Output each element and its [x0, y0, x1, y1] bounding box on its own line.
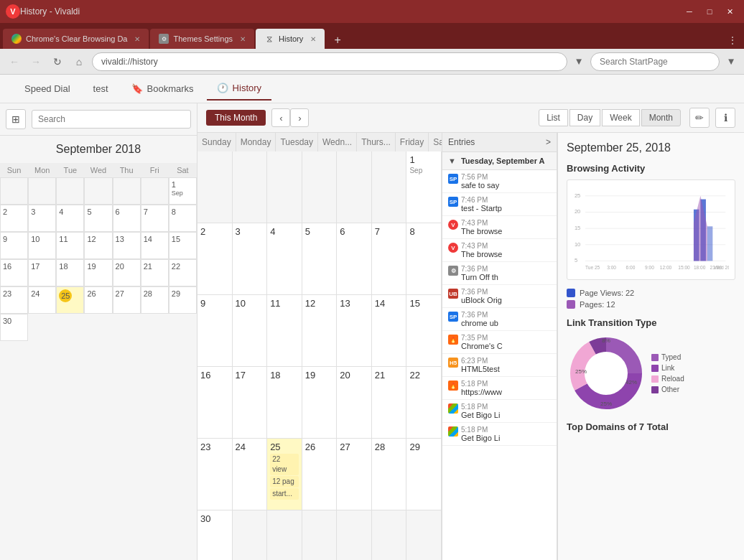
view-day-button[interactable]: Day [569, 109, 600, 126]
calendar-grid-button[interactable]: ⊞ [6, 109, 26, 129]
startpage-search-input[interactable] [590, 52, 720, 71]
big-cal-day-26[interactable]: 26 [302, 439, 338, 510]
entry-item[interactable]: SP7:46 PMtest - Startp [442, 193, 557, 216]
entry-item[interactable]: ⚙7:36 PMTurn Off th [442, 262, 557, 285]
back-button[interactable]: ← [6, 53, 23, 70]
left-cal-day-18[interactable]: 18 [56, 259, 84, 286]
tab-chromes-clear[interactable]: Chrome's Clear Browsing Da ✕ [3, 29, 149, 49]
big-cal-day-9[interactable]: 9 [197, 295, 233, 367]
big-cal-day-22[interactable]: 22 [406, 367, 442, 439]
nav-tab-bookmarks[interactable]: 🔖 Bookmarks [121, 78, 204, 100]
reload-button[interactable]: ↻ [49, 53, 66, 70]
home-button[interactable]: ⌂ [70, 53, 88, 70]
entry-item[interactable]: UB7:36 PMuBlock Orig [442, 285, 557, 308]
view-week-button[interactable]: Week [602, 109, 639, 126]
left-cal-day-10[interactable]: 10 [28, 232, 56, 259]
left-cal-day-22[interactable]: 22 [169, 259, 197, 286]
big-cal-day-25[interactable]: 2522 view12 pagstart... [267, 439, 302, 510]
left-cal-day-26[interactable]: 26 [84, 286, 112, 314]
add-tab-button[interactable]: + [329, 32, 346, 49]
left-cal-day-27[interactable]: 27 [113, 286, 141, 314]
left-cal-day-23[interactable]: 23 [0, 286, 28, 314]
left-cal-day-8[interactable]: 8 [169, 205, 197, 232]
left-cal-day-2[interactable]: 2 [0, 205, 28, 232]
big-cal-day-29[interactable]: 29 [406, 439, 442, 510]
left-cal-day-11[interactable]: 11 [56, 232, 84, 259]
left-cal-day-4[interactable]: 4 [56, 205, 84, 232]
left-cal-day-9[interactable]: 9 [0, 232, 28, 259]
tab-themes-settings[interactable]: ⚙ Themes Settings ✕ [150, 29, 254, 49]
entry-item[interactable]: SP7:36 PMchrome ub [442, 308, 557, 331]
big-cal-day-1[interactable]: 1Sep [406, 151, 442, 223]
big-cal-day-17[interactable]: 17 [233, 367, 268, 439]
nav-tab-test[interactable]: test [83, 78, 118, 100]
address-input[interactable] [92, 52, 567, 71]
tab-history[interactable]: ⧖ History ✕ [256, 29, 325, 49]
big-cal-day-2[interactable]: 2 [197, 223, 233, 295]
big-cal-day-16[interactable]: 16 [197, 367, 233, 439]
view-month-button[interactable]: Month [641, 109, 681, 126]
entry-item[interactable]: 5:18 PMGet Bigo Li [442, 423, 557, 446]
entry-item[interactable]: 🔥5:18 PMhttps://www [442, 377, 557, 400]
prev-month-button[interactable]: ‹ [271, 108, 290, 127]
big-cal-day-20[interactable]: 20 [337, 367, 372, 439]
big-cal-day-24[interactable]: 24 [233, 439, 268, 510]
left-cal-day-28[interactable]: 28 [141, 286, 169, 314]
tab-menu-button[interactable]: ⋮ [724, 32, 741, 49]
left-cal-day-20[interactable]: 20 [113, 259, 141, 286]
left-cal-day-16[interactable]: 16 [0, 259, 28, 286]
big-cal-day-5[interactable]: 5 [302, 223, 338, 295]
minimize-button[interactable]: ─ [681, 3, 698, 20]
maximize-button[interactable]: □ [701, 3, 718, 20]
calendar-search-input[interactable] [32, 110, 191, 129]
left-cal-day-15[interactable]: 15 [169, 232, 197, 259]
entry-item[interactable]: 5:18 PMGet Bigo Li [442, 400, 557, 423]
address-dropdown-button[interactable]: ▼ [572, 52, 586, 71]
left-cal-day-24[interactable]: 24 [28, 286, 56, 314]
pen-button[interactable]: ✏ [689, 108, 710, 128]
big-cal-day-13[interactable]: 13 [337, 295, 372, 367]
big-cal-day-23[interactable]: 23 [197, 439, 233, 510]
left-cal-day-21[interactable]: 21 [141, 259, 169, 286]
entry-item[interactable]: 🔥7:35 PMChrome's C [442, 331, 557, 354]
big-cal-day-27[interactable]: 27 [337, 439, 372, 510]
big-cal-day-30[interactable]: 30 [197, 510, 233, 560]
big-cal-day-14[interactable]: 14 [372, 295, 407, 367]
big-cal-day-10[interactable]: 10 [233, 295, 268, 367]
entry-item[interactable]: H56:23 PMHTML5test [442, 354, 557, 377]
left-cal-day-6[interactable]: 6 [113, 205, 141, 232]
big-cal-day-6[interactable]: 6 [337, 223, 372, 295]
left-cal-day-13[interactable]: 13 [113, 232, 141, 259]
left-cal-day-5[interactable]: 5 [84, 205, 112, 232]
view-list-button[interactable]: List [539, 109, 568, 126]
left-cal-day-12[interactable]: 12 [84, 232, 112, 259]
entry-item[interactable]: V7:43 PMThe browse [442, 216, 557, 239]
tab-close-history[interactable]: ✕ [310, 35, 316, 43]
left-cal-day-14[interactable]: 14 [141, 232, 169, 259]
big-cal-day-21[interactable]: 21 [372, 367, 407, 439]
left-cal-day-19[interactable]: 19 [84, 259, 112, 286]
big-cal-day-12[interactable]: 12 [302, 295, 338, 367]
search-dropdown-button[interactable]: ▼ [724, 52, 738, 71]
big-cal-day-7[interactable]: 7 [372, 223, 407, 295]
big-cal-day-4[interactable]: 4 [267, 223, 302, 295]
info-button[interactable]: ℹ [715, 108, 735, 128]
entries-expand[interactable]: > [546, 137, 551, 147]
close-button[interactable]: ✕ [721, 3, 738, 20]
entry-item[interactable]: V7:43 PMThe browse [442, 239, 557, 262]
big-cal-day-18[interactable]: 18 [267, 367, 302, 439]
forward-button[interactable]: → [27, 53, 45, 70]
tab-close-chrome[interactable]: ✕ [134, 35, 140, 43]
big-cal-day-11[interactable]: 11 [267, 295, 302, 367]
big-cal-day-3[interactable]: 3 [233, 223, 268, 295]
big-cal-day-28[interactable]: 28 [372, 439, 407, 510]
left-cal-day-17[interactable]: 17 [28, 259, 56, 286]
left-cal-day-29[interactable]: 29 [169, 286, 197, 314]
left-cal-day-25[interactable]: 25 [56, 286, 84, 314]
nav-tab-speed-dial[interactable]: Speed Dial [14, 78, 80, 100]
next-month-button[interactable]: › [290, 108, 309, 127]
tab-close-themes[interactable]: ✕ [240, 35, 246, 43]
big-cal-day-8[interactable]: 8 [406, 223, 442, 295]
nav-tab-history[interactable]: 🕐 History [207, 77, 271, 101]
left-cal-day-1[interactable]: 1Sep [169, 177, 197, 205]
